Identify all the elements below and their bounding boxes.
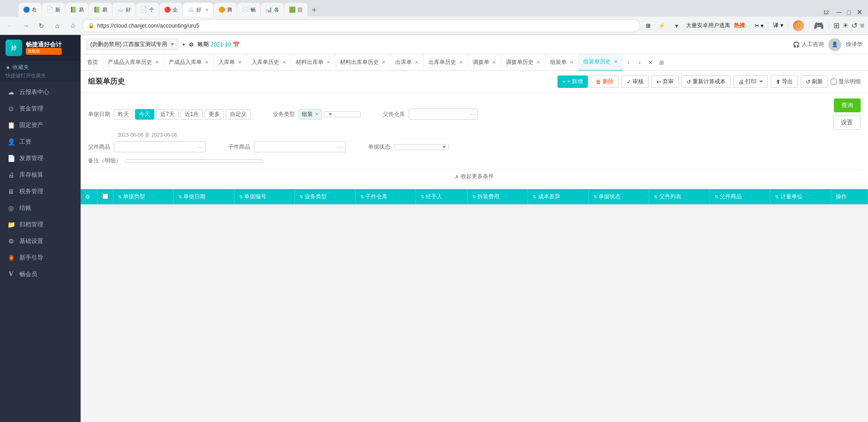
tab-settings[interactable]: ⊞ (656, 57, 667, 68)
horizontal-scrollbar[interactable] (81, 204, 868, 208)
page-tab-out-hist[interactable]: 出库单历史 ✕ (424, 54, 468, 71)
close-adjust-hist[interactable]: ✕ (536, 59, 540, 65)
th-checkbox[interactable] (97, 189, 113, 204)
sidebar-item-invoice[interactable]: 📄 发票管理 (0, 150, 81, 167)
sidebar-item-tax[interactable]: 🖥 税务管理 (0, 183, 81, 200)
close-assemble[interactable]: ✕ (569, 59, 574, 65)
translate-tool[interactable]: 译 ▾ (773, 22, 783, 29)
th-bill-type[interactable]: ⇅ 单据类型 (113, 189, 174, 204)
menu-button[interactable]: ≡ (860, 22, 864, 30)
th-handler[interactable]: ⇅ 经手人 (416, 189, 468, 204)
browser-tab-11[interactable]: 📊 各 (261, 3, 284, 17)
page-tab-out-order[interactable]: 出库单 ✕ (391, 54, 424, 71)
browser-tab-9[interactable]: 🟠 腾 (214, 3, 237, 17)
date-more[interactable]: 更多 (205, 109, 224, 120)
browser-tab-5[interactable]: ☁️ 好 (112, 3, 135, 17)
sidebar-item-checkout[interactable]: ◎ 结账 (0, 200, 81, 216)
brightness-button[interactable]: ☀ (842, 21, 849, 30)
th-cost-diff[interactable]: ⇅ 成本差异 (528, 189, 589, 204)
back-button[interactable]: ← (4, 19, 17, 32)
th-unit[interactable]: ⇅ 计量单位 (770, 189, 831, 204)
browser-tab-12[interactable]: 🟩 目 (284, 3, 307, 17)
set-button[interactable]: 设置 (833, 115, 861, 130)
page-tab-prod-in[interactable]: 产成品入库单 ✕ (164, 54, 214, 71)
show-detail-checkbox[interactable] (831, 79, 837, 85)
close-out-hist[interactable]: ✕ (459, 59, 463, 65)
undo-button[interactable]: ↺ (851, 21, 857, 30)
page-tab-home[interactable]: 首页 (82, 54, 103, 71)
home-button[interactable]: ⌂ (51, 19, 64, 32)
url-bar[interactable]: 🔒 https://cloud.chanjet.com/accounting/u… (82, 19, 640, 32)
sidebar-item-member[interactable]: V 畅会员 (0, 266, 81, 283)
browser-tab-7[interactable]: 🔴 企 (159, 3, 182, 17)
parent-warehouse-dots[interactable]: ··· (469, 110, 475, 118)
biz-type-dropdown[interactable] (324, 111, 361, 117)
reload-button[interactable]: ↻ (35, 19, 48, 32)
child-goods-dots[interactable]: ··· (337, 143, 343, 150)
window-min[interactable]: ─ (834, 8, 843, 17)
sidebar-favorites[interactable]: ★ 收藏夹 快捷键打开收藏夹 (0, 61, 81, 82)
collapse-bar[interactable]: ∧ 收起更多条件 (88, 169, 861, 183)
browser-tab-8-close[interactable]: ✕ (205, 7, 209, 12)
close-mat-out[interactable]: ✕ (326, 59, 330, 65)
page-tab-mat-out[interactable]: 材料出库单 ✕ (291, 54, 335, 71)
delete-button[interactable]: 🗑 删除 (591, 75, 619, 88)
forward-button[interactable]: → (19, 19, 32, 32)
sidebar-item-inventory[interactable]: 🖨 库存核算 (0, 167, 81, 183)
close-in-hist[interactable]: ✕ (282, 59, 286, 65)
close-assemble-hist[interactable]: ✕ (614, 59, 618, 65)
refresh-button[interactable]: ↺ 刷新 (801, 75, 828, 88)
close-adjust[interactable]: ✕ (492, 59, 496, 65)
audit-button[interactable]: ✓ 审核 (622, 75, 649, 88)
tab-prev-button[interactable]: ‹ (623, 57, 634, 68)
abandon-button[interactable]: ↩ 弃审 (651, 75, 679, 88)
sidebar-item-cloud-report[interactable]: ☁ 云报表中心 (0, 84, 81, 100)
th-bill-status[interactable]: ⇅ 单据状态 (588, 189, 649, 204)
service-button[interactable]: 🎧 人工咨询 (793, 40, 824, 48)
company-selector[interactable]: (勿删勿禁用) 江西服宝测试专用 (86, 39, 178, 50)
th-bill-no[interactable]: ⇅ 单据编号 (234, 189, 295, 204)
date-7days[interactable]: 近7天 (156, 109, 179, 120)
sidebar-item-fixed-assets[interactable]: 📋 固定资产 (0, 117, 81, 133)
bookmark-button[interactable]: ☆ (66, 19, 79, 32)
date-today[interactable]: 今天 (135, 109, 154, 120)
parent-goods-input[interactable]: ··· (114, 141, 206, 152)
lightning-button[interactable]: ⚡ (657, 20, 668, 31)
close-prod-in[interactable]: ✕ (205, 59, 209, 65)
page-tab-assemble-hist[interactable]: 组装单历史 ✕ (579, 54, 623, 71)
page-tab-in-hist[interactable]: 入库单历史 ✕ (247, 54, 291, 71)
select-all-checkbox[interactable] (102, 193, 108, 199)
browser-tab-6[interactable]: 📄 个 (136, 3, 159, 17)
window-max[interactable]: □ (845, 9, 853, 16)
calendar-icon[interactable]: 📅 (233, 41, 240, 48)
date-yesterday[interactable]: 昨天 (114, 109, 133, 120)
page-tab-prod-in-hist[interactable]: 产成品入库单历史 ✕ (103, 54, 164, 71)
browser-tab-10[interactable]: ✉️ 畅 (237, 3, 260, 17)
period-add[interactable]: + (182, 41, 185, 48)
th-parent-list[interactable]: ⇅ 父件列表 (649, 189, 710, 204)
biz-type-chip-remove[interactable]: ✕ (315, 111, 319, 117)
close-in-order[interactable]: ✕ (238, 59, 242, 65)
dropdown-button[interactable]: ▾ (670, 19, 683, 32)
page-tab-assemble[interactable]: 组装单 ✕ (545, 54, 579, 71)
show-detail-area[interactable]: 显示明细 (831, 78, 861, 86)
child-goods-input[interactable]: ··· (254, 141, 346, 152)
browser-tab-4[interactable]: 📗 易 (89, 3, 112, 17)
parent-goods-dots[interactable]: ··· (197, 143, 203, 150)
date-custom[interactable]: 自定义 (226, 109, 251, 120)
query-button[interactable]: 查询 (834, 98, 861, 112)
date-1month[interactable]: 近1月 (181, 109, 203, 120)
page-tab-mat-out-hist[interactable]: 材料出库单历史 ✕ (335, 54, 391, 71)
th-disassemble-fee[interactable]: ⇅ 拆装费用 (467, 189, 528, 204)
sidebar-item-capital[interactable]: ⊙ 资金管理 (0, 100, 81, 117)
tab-close-all[interactable]: ✕ (645, 57, 656, 68)
th-child-warehouse[interactable]: ⇅ 子件仓库 (355, 189, 416, 204)
th-parent-goods[interactable]: ⇅ 父件商品 (710, 189, 770, 204)
tab-next-button[interactable]: › (634, 57, 645, 68)
remark-input[interactable] (125, 159, 263, 163)
th-settings[interactable]: ⚙ (81, 189, 97, 204)
new-button[interactable]: + + 新增 (557, 75, 588, 88)
gear-icon[interactable]: ⚙ (189, 41, 194, 48)
sidebar-item-archive[interactable]: 📁 归档管理 (0, 216, 81, 233)
gamepad-button[interactable]: 🎮 (814, 21, 824, 31)
